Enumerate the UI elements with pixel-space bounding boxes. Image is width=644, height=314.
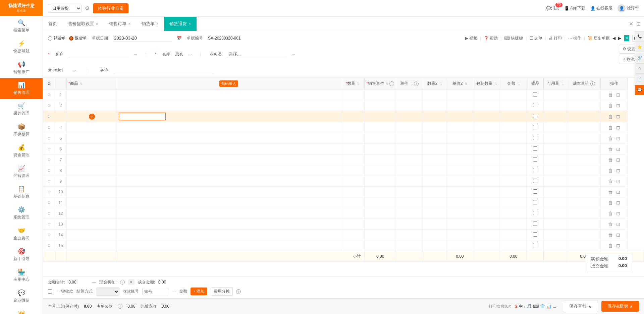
price-cell-7[interactable] — [396, 154, 423, 165]
right-sidebar-star[interactable]: ⭐ — [635, 42, 644, 52]
right-sidebar-link[interactable]: 🔗 — [635, 53, 644, 63]
amount-cell-11[interactable] — [500, 197, 527, 208]
col-header-gear[interactable]: ⚙ — [43, 78, 55, 89]
sidebar-item-finance[interactable]: 💰 资金管理 — [0, 140, 43, 161]
avail-cell-15[interactable] — [544, 240, 567, 251]
unit2-cell-12[interactable] — [446, 208, 473, 219]
operations-btn[interactable]: ⋯ 操作 — [568, 36, 581, 41]
right-sidebar-doc[interactable]: 📄 — [635, 74, 644, 84]
qty2-cell-12[interactable] — [423, 208, 446, 219]
product-cell-1[interactable] — [117, 89, 341, 100]
amount-cell-7[interactable] — [500, 154, 527, 165]
sidebar-item-enterprise[interactable]: 🤝 企业协同 — [0, 224, 43, 244]
qty2-cell-5[interactable] — [423, 133, 446, 144]
address-picker[interactable]: ··· — [72, 68, 76, 73]
messages-badge[interactable]: 💬 消息 70 — [546, 5, 559, 11]
trial-btn[interactable]: 体验行业方案 — [93, 3, 128, 13]
video-help-btn[interactable]: ▶ 视频 — [465, 36, 477, 41]
price-cell-5[interactable] — [396, 133, 423, 144]
help-btn[interactable]: ❓ 帮助 — [484, 36, 498, 41]
scan-btn[interactable]: 扫码录入 — [219, 80, 238, 87]
amount-cell-2[interactable] — [500, 100, 527, 111]
save-new-btn[interactable]: 保存&新增 ∧ — [601, 301, 639, 312]
gift-checkbox-14[interactable] — [533, 232, 537, 237]
amount-cell-10[interactable] — [500, 187, 527, 197]
unit-cell-9[interactable] — [364, 176, 396, 187]
product-cell-5[interactable] — [117, 133, 341, 144]
unit-cell-15[interactable] — [364, 240, 396, 251]
cost-cell-8[interactable] — [567, 165, 601, 176]
dropdown-icon[interactable]: ∧ — [588, 304, 592, 309]
pkgqty-cell-2[interactable] — [473, 100, 500, 111]
product-input[interactable] — [119, 113, 166, 120]
unit2-cell-2[interactable] — [446, 100, 473, 111]
unit-cell-13[interactable] — [364, 219, 396, 230]
unit2-cell-1[interactable] — [446, 89, 473, 100]
qty-cell-9[interactable] — [341, 176, 364, 187]
cost-cell-3[interactable] — [567, 111, 601, 122]
copy-row-btn-7[interactable]: ⊡ — [616, 157, 620, 163]
gift-checkbox-13[interactable] — [533, 222, 537, 226]
sidebar-item-marketing[interactable]: 📢 营销推广 — [0, 57, 43, 78]
pkgqty-cell-14[interactable] — [473, 230, 500, 240]
tab-sale-bill[interactable]: 销货单 × — [136, 17, 164, 31]
unit-cell-2[interactable] — [364, 100, 396, 111]
avail-cell-10[interactable] — [544, 187, 567, 197]
delete-row-btn-11[interactable]: 🗑 — [608, 200, 613, 205]
dropdown-icon[interactable]: ∧ — [630, 304, 633, 309]
select-btn[interactable]: ☰ 选单 — [530, 36, 542, 41]
copy-row-btn-3[interactable]: ⊡ — [616, 114, 620, 119]
app-download-btn[interactable]: 📱 App下载 — [564, 5, 585, 11]
qty2-cell-2[interactable] — [423, 100, 446, 111]
sort-unit2[interactable]: ⇅ — [465, 82, 467, 85]
customer-input[interactable] — [68, 51, 129, 58]
copy-row-btn-5[interactable]: ⊡ — [616, 136, 620, 141]
gift-checkbox-7[interactable] — [533, 157, 537, 162]
qty2-cell-3[interactable] — [423, 111, 446, 122]
price-cell-14[interactable] — [396, 230, 423, 240]
product-cell-12[interactable] — [117, 208, 341, 219]
avail-cell-13[interactable] — [544, 219, 567, 230]
warehouse-picker[interactable]: ··· — [188, 52, 192, 57]
customer-picker[interactable]: ··· — [134, 52, 137, 57]
list-view-icon[interactable]: ≡ — [624, 35, 630, 42]
pkgqty-cell-12[interactable] — [473, 208, 500, 219]
qty-cell-12[interactable] — [341, 208, 364, 219]
unit2-cell-6[interactable] — [446, 144, 473, 154]
avail-cell-7[interactable] — [544, 154, 567, 165]
unit2-cell-5[interactable] — [446, 133, 473, 144]
delete-row-btn-6[interactable]: 🗑 — [608, 146, 613, 152]
tab-close-icon[interactable]: × — [189, 22, 191, 26]
debt-info-icon[interactable]: i — [118, 304, 122, 309]
col-header-scan[interactable]: 扫码录入 — [117, 78, 341, 89]
right-sidebar-fav[interactable]: ☆ — [635, 63, 644, 74]
cost-cell-5[interactable] — [567, 133, 601, 144]
sort-qty[interactable]: ⇅ — [357, 82, 360, 85]
cost-cell-14[interactable] — [567, 230, 601, 240]
pkgqty-cell-10[interactable] — [473, 187, 500, 197]
unit-cell-4[interactable] — [364, 122, 396, 133]
unit2-cell-7[interactable] — [446, 154, 473, 165]
unit-cell-7[interactable] — [364, 154, 396, 165]
prev-icon[interactable]: ◀ — [612, 36, 615, 41]
sidebar-item-operations[interactable]: 📈 经营管理 — [0, 161, 43, 182]
price-cell-10[interactable] — [396, 187, 423, 197]
price-cell-2[interactable] — [396, 100, 423, 111]
cost-cell-12[interactable] — [567, 208, 601, 219]
pkgqty-cell-15[interactable] — [473, 240, 500, 251]
gift-checkbox-1[interactable] — [533, 92, 537, 97]
qty2-cell-14[interactable] — [423, 230, 446, 240]
radio-sale-bill[interactable]: 销货单 — [48, 36, 66, 41]
sort-product[interactable]: ⇅ — [80, 82, 83, 85]
pkgqty-cell-1[interactable] — [473, 89, 500, 100]
delete-row-btn-4[interactable]: 🗑 — [608, 125, 613, 130]
copy-row-btn-11[interactable]: ⊡ — [616, 200, 620, 205]
qty-cell-13[interactable] — [341, 219, 364, 230]
qty2-cell-9[interactable] — [423, 176, 446, 187]
amount-cell-14[interactable] — [500, 230, 527, 240]
product-cell-2[interactable] — [117, 100, 341, 111]
tab-home[interactable]: 首页 — [43, 17, 63, 31]
qty2-cell-6[interactable] — [423, 144, 446, 154]
right-sidebar-chat[interactable]: 💬 — [635, 85, 644, 95]
calendar-icon[interactable]: 📅 — [177, 36, 182, 41]
